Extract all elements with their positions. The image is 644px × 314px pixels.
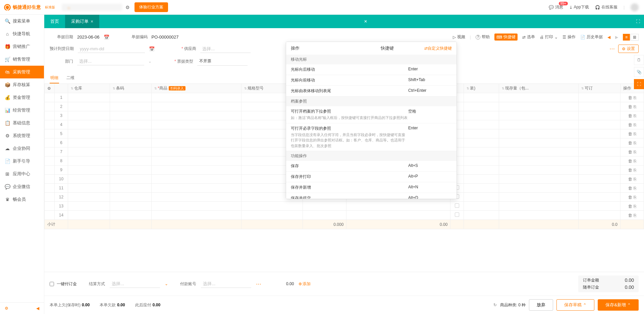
view-grid[interactable]: ⊞ bbox=[631, 34, 639, 41]
sidebar-item[interactable]: 🛒销售管理 bbox=[0, 53, 44, 66]
sidebar-item[interactable]: 📊经营管理 bbox=[0, 104, 44, 117]
app-download-button[interactable]: ⤓ App下载 bbox=[569, 4, 589, 10]
user-menu[interactable] bbox=[631, 3, 640, 11]
table-row[interactable]: 13🗑⎘ bbox=[45, 202, 644, 211]
delete-icon[interactable]: 🗑 bbox=[628, 149, 632, 154]
invoice-type-value[interactable]: 不开票 bbox=[197, 57, 248, 66]
delete-icon[interactable]: 🗑 bbox=[628, 186, 632, 191]
org-selector[interactable]: ⌄ bbox=[62, 4, 122, 11]
settings-icon[interactable]: ⚙ bbox=[5, 306, 8, 311]
dept-input[interactable] bbox=[77, 57, 144, 65]
delete-icon[interactable]: 🗑 bbox=[628, 168, 632, 173]
delete-icon[interactable]: 🗑 bbox=[628, 177, 632, 182]
sidebar-item[interactable]: 💬企业微信 bbox=[0, 180, 44, 193]
subtab-detail[interactable]: 明细 bbox=[50, 73, 59, 83]
copy-icon[interactable]: ⎘ bbox=[634, 113, 636, 118]
custom-shortcut-button[interactable]: ⇄自定义快捷键 bbox=[424, 46, 452, 51]
save-new-button[interactable]: 保存&新增⌃ bbox=[598, 299, 639, 311]
rail-attach-icon[interactable]: 📎 bbox=[634, 67, 644, 77]
save-draft-button[interactable]: 保存草稿⌃ bbox=[556, 299, 594, 311]
settle-input[interactable] bbox=[110, 280, 160, 288]
date-value[interactable]: 2023-06-06 bbox=[77, 35, 100, 40]
copy-icon[interactable]: ⎘ bbox=[634, 140, 636, 145]
col-gear[interactable]: ⚙ bbox=[45, 84, 55, 93]
copy-icon[interactable]: ⎘ bbox=[634, 186, 636, 191]
acct-input[interactable] bbox=[201, 280, 251, 288]
copy-icon[interactable]: ⎘ bbox=[634, 159, 636, 164]
delete-icon[interactable]: 🗑 bbox=[628, 131, 632, 136]
sidebar-item[interactable]: 💰资金管理 bbox=[0, 91, 44, 104]
sidebar-item[interactable]: ⚙系统管理 bbox=[0, 129, 44, 142]
sidebar-item[interactable]: ⊞应用中心 bbox=[0, 168, 44, 180]
subtab-matrix[interactable]: 二维 bbox=[66, 73, 75, 83]
delete-icon[interactable]: 🗑 bbox=[628, 95, 632, 100]
copy-icon[interactable]: ⎘ bbox=[634, 213, 636, 218]
chevron-down-icon[interactable]: ⌄ bbox=[148, 59, 152, 64]
next-icon[interactable]: ▶ bbox=[615, 35, 618, 40]
col-avail[interactable]: 可订 bbox=[579, 84, 621, 93]
copy-icon[interactable]: ⎘ bbox=[634, 95, 636, 100]
delete-icon[interactable]: 🗑 bbox=[628, 104, 632, 109]
checkbox[interactable] bbox=[455, 212, 459, 217]
video-button[interactable]: ▷视频 bbox=[453, 34, 465, 40]
pay-all-checkbox[interactable]: 一键付订金 bbox=[50, 281, 77, 287]
chevron-down-icon[interactable]: ⌄ bbox=[165, 281, 168, 286]
calendar-icon[interactable]: 📅 bbox=[149, 46, 155, 52]
more-icon[interactable]: ⋯ bbox=[609, 46, 615, 52]
calendar-icon[interactable]: 📅 bbox=[104, 35, 109, 40]
rail-expand-icon[interactable]: ⛶ bbox=[634, 79, 644, 89]
col-warehouse[interactable]: 仓库 bbox=[68, 84, 110, 93]
sidebar-item[interactable]: ☁企业协同 bbox=[0, 142, 44, 155]
table-row[interactable]: 14🗑⎘ bbox=[45, 211, 644, 220]
shortcut-button[interactable]: ⌨快捷键 bbox=[494, 34, 518, 41]
copy-icon[interactable]: ⎘ bbox=[634, 177, 636, 182]
select-button[interactable]: ⇄选单 bbox=[522, 34, 535, 40]
copy-icon[interactable]: ⎘ bbox=[634, 168, 636, 173]
tab-close-all[interactable]: ✕ bbox=[360, 15, 371, 28]
col-barcode[interactable]: 条码 bbox=[110, 84, 152, 93]
sidebar-item[interactable]: 🛍采购管理 bbox=[0, 66, 44, 78]
ops-button[interactable]: ☰操作 bbox=[562, 34, 576, 40]
copy-icon[interactable]: ⎘ bbox=[634, 122, 636, 127]
prev-icon[interactable]: ◀ bbox=[607, 35, 610, 40]
tab[interactable]: 首页 bbox=[44, 15, 65, 28]
col-product[interactable]: *商品扫码录入 bbox=[152, 84, 241, 93]
tab[interactable]: 采购订单× bbox=[65, 15, 99, 28]
more-icon[interactable]: ⋯ bbox=[256, 281, 261, 287]
delete-icon[interactable]: 🗑 bbox=[628, 140, 632, 145]
delete-icon[interactable]: 🗑 bbox=[628, 159, 632, 164]
sidebar-item[interactable]: 📦库存核算 bbox=[0, 78, 44, 91]
sidebar-item[interactable]: 📄新手引导 bbox=[0, 155, 44, 168]
eta-input[interactable] bbox=[78, 45, 145, 53]
delete-icon[interactable]: 🗑 bbox=[628, 113, 632, 118]
copy-icon[interactable]: ⎘ bbox=[634, 149, 636, 154]
collapse-icon[interactable]: ◀ bbox=[36, 306, 39, 311]
sidebar-item[interactable]: ⌂快捷导航 bbox=[0, 27, 44, 40]
col-stock[interactable]: 现存量（包... bbox=[499, 84, 579, 93]
delete-icon[interactable]: 🗑 bbox=[628, 122, 632, 127]
messages-button[interactable]: 💬 消息 99+ bbox=[549, 4, 563, 10]
trial-button[interactable]: 体验行业方案 bbox=[135, 2, 168, 12]
refresh-icon[interactable]: ↻ bbox=[493, 303, 497, 307]
copy-icon[interactable]: ⎘ bbox=[634, 195, 636, 200]
help-button[interactable]: ?帮助 bbox=[476, 34, 490, 40]
supplier-input[interactable] bbox=[200, 45, 251, 53]
add-button[interactable]: ⊕添加 bbox=[299, 281, 311, 287]
checkbox[interactable] bbox=[455, 203, 459, 208]
support-button[interactable]: 🎧 在线客服 bbox=[595, 4, 618, 10]
copy-icon[interactable]: ⎘ bbox=[634, 131, 636, 136]
view-list[interactable]: ≡ bbox=[623, 34, 630, 41]
copy-icon[interactable]: ⎘ bbox=[634, 104, 636, 109]
print-button[interactable]: 🖨打印⌄ bbox=[540, 34, 558, 40]
close-icon[interactable]: × bbox=[91, 19, 93, 24]
delete-icon[interactable]: 🗑 bbox=[628, 195, 632, 200]
sidebar-item[interactable]: ♛畅会员 bbox=[0, 193, 44, 206]
gear-icon[interactable]: ⚙ bbox=[125, 5, 130, 10]
col-pack[interactable]: 装) bbox=[464, 84, 499, 93]
sidebar-item[interactable]: 🔍搜索菜单 bbox=[0, 15, 44, 27]
history-button[interactable]: 📄历史单据 bbox=[580, 34, 603, 40]
sidebar-item[interactable]: 📋基础信息 bbox=[0, 117, 44, 129]
sidebar-item[interactable]: 🎁营销推广 bbox=[0, 40, 44, 53]
settings-button[interactable]: ⚙设置 bbox=[618, 45, 639, 53]
delete-icon[interactable]: 🗑 bbox=[628, 204, 632, 209]
